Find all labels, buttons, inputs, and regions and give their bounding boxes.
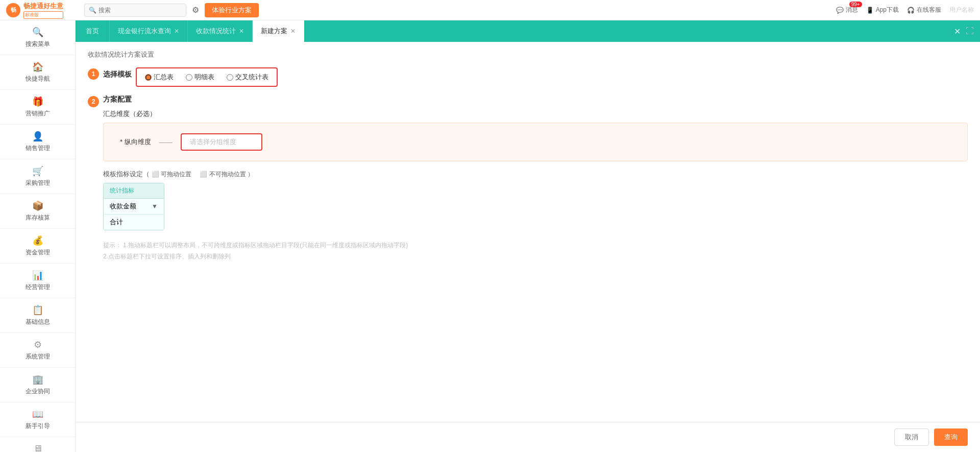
top-search-box[interactable]: 🔍 bbox=[84, 4, 186, 17]
tab-close-all-icon[interactable]: ✕ bbox=[954, 27, 961, 36]
query-button[interactable]: 查询 bbox=[934, 429, 968, 446]
search-icon: 🔍 bbox=[89, 7, 96, 14]
template-radio-group: 汇总表 明细表 交叉统计表 bbox=[136, 67, 278, 87]
top-actions: 💬 消息 99+ 📱 App下载 🎧 在线客服 用户名称 bbox=[836, 6, 974, 14]
sidebar-label-finance: 资金管理 bbox=[26, 248, 50, 257]
sidebar-label-enterprise: 企业协同 bbox=[26, 387, 50, 396]
tab-home-label: 首页 bbox=[86, 27, 99, 36]
sidebar-item-smart-hw[interactable]: 🖥 智能硬件 bbox=[0, 437, 75, 452]
system-icon: ⚙ bbox=[34, 339, 42, 350]
download-label: App下载 bbox=[876, 6, 899, 14]
message-icon: 💬 bbox=[836, 7, 844, 14]
download-btn[interactable]: 📱 App下载 bbox=[866, 6, 899, 14]
message-btn[interactable]: 💬 消息 99+ bbox=[836, 6, 858, 14]
inventory-icon: 📦 bbox=[32, 200, 43, 211]
sidebar-item-inventory[interactable]: 📦 库存核算 bbox=[0, 194, 75, 229]
metric-row-0[interactable]: 收款金额 ▼ bbox=[104, 199, 164, 215]
radio-summary-input[interactable] bbox=[145, 74, 152, 81]
metrics-table: 统计指标 收款金额 ▼ 合计 bbox=[103, 183, 164, 230]
sidebar-item-sales[interactable]: 👤 销售管理 bbox=[0, 125, 75, 159]
radio-cross-input[interactable] bbox=[227, 74, 233, 81]
sidebar-item-search-menu[interactable]: 🔍 搜索菜单 bbox=[0, 20, 75, 55]
sales-icon: 👤 bbox=[32, 131, 43, 142]
step1-row: 选择模板 汇总表 明细表 bbox=[103, 67, 968, 87]
tab-new-plan-label: 新建方案 bbox=[261, 27, 287, 36]
brand-logo-text: 畅 bbox=[11, 6, 16, 14]
brand-name: 畅捷通好生意 bbox=[23, 2, 63, 11]
tab-new-plan[interactable]: 新建方案 ✕ bbox=[253, 20, 304, 42]
sidebar-label-system: 系统管理 bbox=[26, 352, 50, 361]
radio-detail-input[interactable] bbox=[186, 74, 192, 81]
radio-cross[interactable]: 交叉统计表 bbox=[227, 73, 268, 82]
sidebar-item-system[interactable]: ⚙ 系统管理 bbox=[0, 333, 75, 368]
sidebar-item-guide[interactable]: 📖 新手引导 bbox=[0, 402, 75, 437]
tab-home[interactable]: 首页 bbox=[76, 20, 110, 42]
finance-icon: 💰 bbox=[32, 235, 43, 246]
sidebar-label-operations: 经营管理 bbox=[26, 283, 50, 292]
tab-payment-stat[interactable]: 收款情况统计 ✕ bbox=[188, 20, 253, 42]
download-icon: 📱 bbox=[866, 7, 874, 14]
tab-payment-stat-close[interactable]: ✕ bbox=[239, 28, 244, 35]
step1-content: 选择模板 汇总表 明细表 bbox=[103, 67, 968, 87]
page-content: 收款情况统计方案设置 1 选择模板 汇总表 bbox=[76, 42, 980, 422]
vertical-dim-label: * 纵向维度 bbox=[120, 137, 151, 147]
sidebar-item-finance[interactable]: 💰 资金管理 bbox=[0, 229, 75, 264]
sidebar-item-marketing[interactable]: 🎁 营销推广 bbox=[0, 90, 75, 125]
support-label: 在线客服 bbox=[917, 6, 941, 14]
industry-btn[interactable]: 体验行业方案 bbox=[205, 3, 259, 17]
radio-detail-label: 明细表 bbox=[194, 73, 214, 82]
radio-summary[interactable]: 汇总表 bbox=[145, 73, 174, 82]
support-icon: 🎧 bbox=[907, 7, 915, 14]
metrics-label-end: ） bbox=[248, 171, 254, 178]
guide-icon: 📖 bbox=[32, 409, 43, 420]
sidebar-label-quick-nav: 快捷导航 bbox=[26, 75, 50, 83]
username-text: 用户名称 bbox=[949, 6, 974, 14]
sidebar-item-enterprise[interactable]: 🏢 企业协同 bbox=[0, 368, 75, 402]
hint-text-1: 2.点击标题栏下拉可设置排序、插入列和删除列 bbox=[103, 251, 968, 263]
tab-bar: 首页 现金银行流水查询 ✕ 收款情况统计 ✕ 新建方案 ✕ ✕ ⛶ bbox=[76, 20, 980, 42]
metric-dropdown-0[interactable]: ▼ bbox=[152, 203, 158, 210]
tab-bank-flow[interactable]: 现金银行流水查询 ✕ bbox=[110, 20, 188, 42]
stat-title: 统计指标 bbox=[110, 186, 134, 195]
message-badge: 99+ bbox=[849, 2, 862, 7]
page-inner: 收款情况统计方案设置 1 选择模板 汇总表 bbox=[76, 42, 980, 422]
enterprise-icon: 🏢 bbox=[32, 374, 43, 385]
sidebar-label-purchase: 采购管理 bbox=[26, 179, 50, 187]
dim-select[interactable]: 请选择分组维度 bbox=[181, 133, 262, 151]
settings-icon[interactable]: ⚙ bbox=[190, 5, 201, 15]
user-info[interactable]: 用户名称 bbox=[949, 6, 974, 14]
sidebar-label-search-menu: 搜索菜单 bbox=[26, 40, 50, 49]
tab-bank-flow-close[interactable]: ✕ bbox=[174, 28, 179, 35]
tab-new-plan-close[interactable]: ✕ bbox=[290, 28, 296, 35]
tab-payment-stat-label: 收款情况统计 bbox=[196, 27, 236, 36]
sidebar-label-guide: 新手引导 bbox=[26, 422, 50, 431]
sidebar-label-sales: 销售管理 bbox=[26, 144, 50, 153]
support-btn[interactable]: 🎧 在线客服 bbox=[907, 6, 941, 14]
metrics-config-label: 模板指标设定（ ⬜ 可拖动位置 ⬜ 不可拖动位置 ） bbox=[103, 170, 968, 179]
purchase-icon: 🛒 bbox=[32, 165, 43, 177]
step1-title: 选择模板 bbox=[103, 70, 132, 79]
radio-cross-label: 交叉统计表 bbox=[235, 73, 268, 82]
sidebar-item-operations[interactable]: 📊 经营管理 bbox=[0, 264, 75, 298]
quick-nav-icon: 🏠 bbox=[32, 61, 43, 73]
metric-row-1: 合计 bbox=[104, 215, 164, 230]
sidebar: 🔍 搜索菜单 🏠 快捷导航 🎁 营销推广 👤 销售管理 🛒 采购管理 📦 库存核… bbox=[0, 20, 76, 452]
sidebar-item-base-info[interactable]: 📋 基础信息 bbox=[0, 298, 75, 333]
metrics-section: 统计指标 收款金额 ▼ 合计 bbox=[103, 183, 968, 232]
radio-detail[interactable]: 明细表 bbox=[186, 73, 214, 82]
step2-section: 2 方案配置 汇总维度（必选） * 纵向维度 —— 请选择分组维度 bbox=[88, 95, 968, 262]
sidebar-label-base-info: 基础信息 bbox=[26, 318, 50, 326]
search-input[interactable] bbox=[99, 7, 182, 14]
base-info-icon: 📋 bbox=[32, 304, 43, 316]
sidebar-item-quick-nav[interactable]: 🏠 快捷导航 bbox=[0, 55, 75, 90]
operations-icon: 📊 bbox=[32, 270, 43, 281]
cancel-button[interactable]: 取消 bbox=[894, 429, 929, 446]
tab-expand-icon[interactable]: ⛶ bbox=[966, 27, 974, 36]
tab-bank-flow-label: 现金银行流水查询 bbox=[118, 27, 171, 36]
draggable-label: 可拖动位置 bbox=[161, 171, 191, 178]
dim-placeholder-text: 请选择分组维度 bbox=[190, 138, 236, 146]
sidebar-item-purchase[interactable]: 🛒 采购管理 bbox=[0, 159, 75, 194]
radio-summary-label: 汇总表 bbox=[154, 73, 174, 82]
summary-dim-label: 汇总维度（必选） bbox=[103, 109, 968, 118]
hint-text-0: 提示： 1.拖动标题栏可以调整布局，不可跨维度或指标区域拖动栏目字段(只能在同一… bbox=[103, 240, 968, 251]
